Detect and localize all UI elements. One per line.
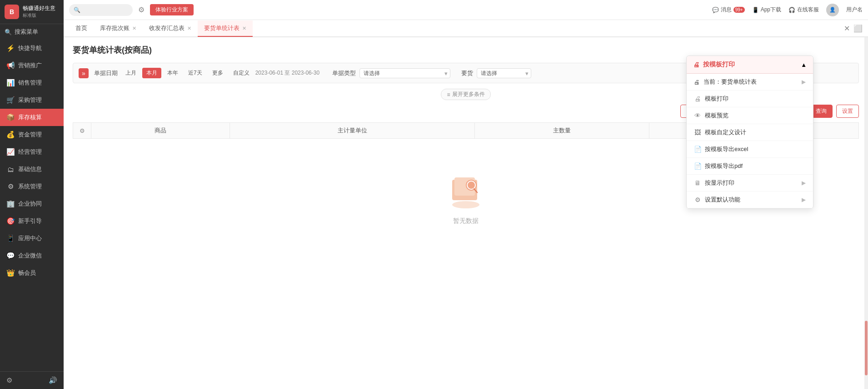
sidebar-search-label: 搜索菜单 (15, 28, 38, 36)
print-dropdown-menu: 🖨 按模板打印 ▲ 🖨 当前：要货单统计表 ▶ 🖨 模板打印 👁 模板预览 (686, 56, 813, 209)
date-btn-last7days[interactable]: 近7天 (184, 68, 206, 78)
settings-button[interactable]: 设置 (836, 105, 859, 118)
settings-footer-icon[interactable]: ⚙ (6, 376, 12, 384)
dropdown-set-default[interactable]: ⚙ 设置默认功能 ▶ (687, 192, 813, 208)
sidebar-item-operations[interactable]: 📈 经营管理 (0, 143, 64, 161)
sidebar-item-apps[interactable]: 📱 应用中心 (0, 230, 64, 247)
topbar-msg[interactable]: 💬 消息 99+ (712, 6, 745, 14)
sidebar-item-label: 企业协同 (18, 200, 42, 208)
quick-nav-icon: ⚡ (6, 44, 15, 52)
sidebar-item-label: 库存核算 (18, 113, 42, 121)
date-btn-current-year[interactable]: 本年 (163, 68, 182, 78)
dropdown-chevron-up-icon: ▲ (801, 61, 807, 68)
app-logo: B 畅赚通好生意 标准版 (0, 0, 64, 24)
sidebar-search[interactable]: 🔍 搜索菜单 (0, 24, 64, 40)
tab-receipt-summary[interactable]: 收发存汇总表 ✕ (143, 20, 198, 37)
sidebar-item-finance[interactable]: 💰 资金管理 (0, 126, 64, 143)
expand-more-button[interactable]: ≡ 展开更多条件 (441, 89, 490, 100)
query-label: 查询 (816, 107, 827, 115)
template-design-label: 模板自定义设计 (705, 128, 746, 136)
set-default-label: 设置默认功能 (705, 196, 740, 204)
dropdown-export-pdf[interactable]: 📄 按模板导出pdf (687, 158, 813, 175)
set-default-chevron-icon: ▶ (802, 197, 806, 203)
sidebar-item-sales[interactable]: 📊 销售管理 (0, 74, 64, 91)
filter-expand-button[interactable]: » (79, 68, 89, 78)
basics-icon: 🗂 (6, 166, 15, 173)
date-btn-prev-month[interactable]: 上月 (121, 68, 140, 78)
app-badge: 标准版 (23, 12, 55, 19)
tab-order-stats-label: 要货单统计表 (204, 24, 239, 32)
sidebar-item-label: 采购管理 (18, 96, 42, 104)
dropdown-current-item[interactable]: 🖨 当前：要货单统计表 ▶ (687, 74, 813, 91)
sidebar-item-label: 应用中心 (18, 234, 42, 242)
marketing-icon: 📢 (6, 61, 15, 70)
wechat-icon: 💬 (6, 252, 15, 260)
user-avatar[interactable]: 👤 (826, 4, 839, 16)
dropdown-template-design[interactable]: 🖼 模板自定义设计 (687, 124, 813, 141)
dropdown-title: 按模板打印 (703, 61, 735, 69)
dropdown-export-excel[interactable]: 📄 按模板导出excel (687, 141, 813, 158)
topbar-app-download[interactable]: 📱 App下载 (752, 6, 781, 14)
sidebar-item-label: 销售管理 (18, 79, 42, 87)
dropdown-header[interactable]: 🖨 按模板打印 ▲ (687, 56, 813, 74)
sidebar-item-guide[interactable]: 🎯 新手引导 (0, 212, 64, 230)
sidebar-nav: ⚡ 快捷导航 📢 营销推广 📊 销售管理 🛒 采购管理 📦 库存核算 💰 资金管… (0, 40, 64, 371)
topbar-online-service[interactable]: 🎧 在线客服 (788, 6, 819, 14)
member-icon: 👑 (6, 269, 15, 277)
sidebar-item-enterprise[interactable]: 🏢 企业协同 (0, 195, 64, 212)
date-btn-current-month[interactable]: 本月 (142, 68, 161, 78)
template-print-icon: 🖨 (694, 95, 701, 102)
dropdown-display-print[interactable]: 🖥 按显示打印 ▶ (687, 175, 813, 192)
sidebar-item-label: 资金管理 (18, 131, 42, 139)
right-scrollbar[interactable] (864, 37, 868, 389)
page-title: 要货单统计表(按商品) (73, 45, 859, 56)
display-print-icon: 🖥 (694, 179, 701, 187)
sidebar-item-wechat[interactable]: 💬 企业微信 (0, 247, 64, 264)
date-range-display: 2023-06-01 至 2023-06-30 (255, 69, 319, 77)
set-default-icon: ⚙ (694, 196, 701, 203)
window-maximize-icon[interactable]: ⬜ (853, 24, 863, 33)
sidebar-item-label: 营销推广 (18, 61, 42, 70)
date-filter-label: 单据日期 (94, 69, 118, 77)
dropdown-template-print[interactable]: 🖨 模板打印 (687, 91, 813, 107)
sales-icon: 📊 (6, 79, 15, 87)
current-item-label: 当前：要货单统计表 (703, 78, 757, 86)
sidebar-item-basics[interactable]: 🗂 基础信息 (0, 161, 64, 178)
main-area: 🔍 ⚙ 体验行业方案 💬 消息 99+ 📱 App下载 🎧 在线客服 👤 用户名 (64, 0, 868, 389)
sidebar-item-system[interactable]: ⚙ 系统管理 (0, 178, 64, 195)
tab-order-stats-close[interactable]: ✕ (242, 25, 246, 31)
type-select[interactable]: 请选择 (359, 68, 450, 78)
tab-home[interactable]: 首页 (69, 20, 94, 37)
date-btn-more[interactable]: 更多 (208, 68, 227, 78)
tab-receipt-summary-close[interactable]: ✕ (187, 25, 191, 31)
topbar-settings-icon[interactable]: ⚙ (138, 5, 145, 14)
scrollbar-thumb (865, 321, 868, 375)
search-icon: 🔍 (5, 29, 12, 35)
date-btn-custom[interactable]: 自定义 (229, 68, 254, 78)
sidebar-item-member[interactable]: 👑 畅会员 (0, 264, 64, 282)
speaker-footer-icon[interactable]: 🔊 (49, 376, 57, 384)
sidebar-item-marketing[interactable]: 📢 营销推广 (0, 57, 64, 74)
col-settings[interactable]: ⚙ (73, 123, 91, 139)
trial-button[interactable]: 体验行业方案 (150, 4, 194, 15)
tab-batch-accounts-close[interactable]: ✕ (132, 25, 136, 31)
expand-icon: ≡ (447, 91, 450, 98)
dropdown-template-preview[interactable]: 👁 模板预览 (687, 107, 813, 124)
tab-order-stats[interactable]: 要货单统计表 ✕ (198, 20, 253, 37)
tab-batch-accounts[interactable]: 库存批次账 ✕ (94, 20, 143, 37)
inventory-icon: 📦 (6, 113, 15, 121)
tab-receipt-summary-label: 收发存汇总表 (149, 24, 185, 32)
yaohuo-select[interactable]: 请选择 (477, 68, 531, 78)
sidebar-item-inventory[interactable]: 📦 库存核算 (0, 109, 64, 126)
dropdown-set-default-left: ⚙ 设置默认功能 (694, 196, 740, 204)
sidebar-item-purchase[interactable]: 🛒 采购管理 (0, 91, 64, 109)
window-close-icon[interactable]: ✕ (844, 24, 850, 33)
export-excel-icon: 📄 (694, 146, 701, 153)
yaohuo-filter-label: 要货 (461, 69, 473, 77)
expand-more-label: 展开更多条件 (452, 91, 485, 98)
sidebar-item-quick-nav[interactable]: ⚡ 快捷导航 (0, 40, 64, 57)
sidebar-item-label: 经营管理 (18, 148, 42, 156)
table-col-settings-icon[interactable]: ⚙ (80, 127, 85, 134)
topbar-search-box[interactable]: 🔍 (69, 4, 133, 16)
empty-text: 暂无数据 (453, 217, 479, 225)
